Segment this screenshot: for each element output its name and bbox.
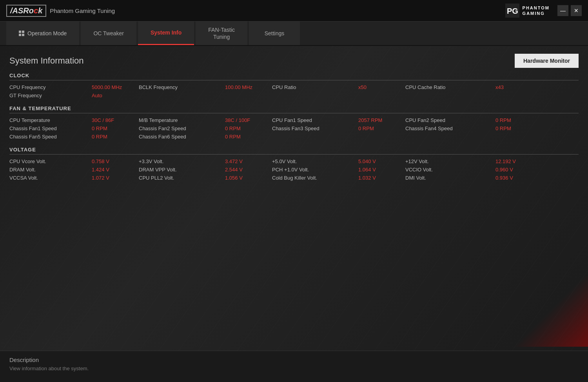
tab-fan-tastic-label: FAN-TasticTuning bbox=[208, 26, 235, 40]
bclk-frequency-label: BCLK Frequency bbox=[139, 84, 225, 90]
mb-temp-label: M/B Temperature bbox=[139, 117, 225, 123]
dmi-label: DMI Volt. bbox=[405, 175, 495, 181]
clock-header: CLOCK bbox=[9, 73, 579, 80]
tab-operation-mode[interactable]: Operation Mode bbox=[6, 22, 79, 45]
chassis-fan4-value: 0 RPM bbox=[495, 126, 543, 131]
chassis-fan3-label: Chassis Fan3 Speed bbox=[272, 126, 358, 131]
description-text: View information about the system. bbox=[9, 366, 579, 371]
window-controls: — ✕ bbox=[557, 5, 582, 16]
cpu-temp-value: 30C / 86F bbox=[92, 117, 139, 123]
voltage-section: VOLTAGE CPU Vcore Volt. 0.758 V +3.3V Vo… bbox=[9, 147, 579, 181]
cpu-fan1-value: 2057 RPM bbox=[358, 117, 405, 123]
v12-label: +12V Volt. bbox=[405, 158, 495, 164]
cpu-frequency-label: CPU Frequency bbox=[9, 84, 92, 90]
dram-vpp-value: 2.544 V bbox=[225, 167, 272, 173]
cold-bug-value: 1.032 V bbox=[358, 175, 405, 181]
cold-bug-label: Cold Bug Killer Volt. bbox=[272, 175, 358, 181]
chassis-fan4-label: Chassis Fan4 Speed bbox=[405, 126, 495, 131]
table-row: Chassis Fan5 Speed 0 RPM Chassis Fan6 Sp… bbox=[9, 134, 579, 140]
chassis-fan5-label: Chassis Fan5 Speed bbox=[9, 134, 92, 140]
asrock-logo: /ASRock bbox=[6, 5, 46, 17]
fan-temperature-section: FAN & TEMPERATURE CPU Temperature 30C / … bbox=[9, 106, 579, 140]
table-row: GT Frequency Auto bbox=[9, 93, 579, 98]
logo-text: /ASRock bbox=[10, 6, 42, 15]
mb-temp-value: 38C / 100F bbox=[225, 117, 272, 123]
vccio-label: VCCIO Volt. bbox=[405, 167, 495, 173]
table-row: CPU Temperature 30C / 86F M/B Temperatur… bbox=[9, 117, 579, 123]
v33-value: 3.472 V bbox=[225, 158, 272, 164]
v33-label: +3.3V Volt. bbox=[139, 158, 225, 164]
hardware-monitor-button[interactable]: Hardware Monitor bbox=[515, 54, 579, 68]
table-row: DRAM Volt. 1.424 V DRAM VPP Volt. 2.544 … bbox=[9, 167, 579, 173]
description-title: Description bbox=[9, 357, 579, 363]
chassis-fan2-value: 0 RPM bbox=[225, 126, 272, 131]
main-content: System Information Hardware Monitor CLOC… bbox=[0, 46, 588, 382]
clock-rows: CPU Frequency 5000.00 MHz BCLK Frequency… bbox=[9, 84, 579, 98]
tab-oc-tweaker-label: OC Tweaker bbox=[93, 30, 124, 37]
cpu-temp-label: CPU Temperature bbox=[9, 117, 92, 123]
navbar: Operation Mode OC Tweaker System Info FA… bbox=[0, 22, 588, 46]
tab-operation-mode-label: Operation Mode bbox=[27, 30, 67, 37]
tab-fan-tastic[interactable]: FAN-TasticTuning bbox=[196, 22, 247, 45]
clock-section: CLOCK CPU Frequency 5000.00 MHz BCLK Fre… bbox=[9, 73, 579, 98]
table-row: CPU Frequency 5000.00 MHz BCLK Frequency… bbox=[9, 84, 579, 90]
cpu-cache-ratio-label: CPU Cache Ratio bbox=[405, 84, 495, 90]
table-row: VCCSA Volt. 1.072 V CPU PLL2 Volt. 1.056… bbox=[9, 175, 579, 181]
pg-icon: PG bbox=[505, 4, 519, 18]
dmi-value: 0.936 V bbox=[495, 175, 543, 181]
pch-v10-value: 1.064 V bbox=[358, 167, 405, 173]
svg-text:PG: PG bbox=[507, 7, 518, 15]
fan-temperature-rows: CPU Temperature 30C / 86F M/B Temperatur… bbox=[9, 117, 579, 140]
dram-vpp-label: DRAM VPP Volt. bbox=[139, 167, 225, 173]
vccsa-label: VCCSA Volt. bbox=[9, 175, 92, 181]
v12-value: 12.192 V bbox=[495, 158, 543, 164]
cpu-vcore-label: CPU Vcore Volt. bbox=[9, 158, 92, 164]
dram-volt-value: 1.424 V bbox=[92, 167, 139, 173]
table-row: CPU Vcore Volt. 0.758 V +3.3V Volt. 3.47… bbox=[9, 158, 579, 164]
phantom-logo-text: PHANTOM GAMING bbox=[523, 5, 550, 16]
cpu-vcore-value: 0.758 V bbox=[92, 158, 139, 164]
phantom-logo: PG PHANTOM GAMING bbox=[505, 4, 550, 18]
sysinfo-header: System Information Hardware Monitor bbox=[0, 46, 588, 73]
table-row: Chassis Fan1 Speed 0 RPM Chassis Fan2 Sp… bbox=[9, 126, 579, 131]
close-button[interactable]: ✕ bbox=[571, 5, 582, 16]
chassis-fan3-value: 0 RPM bbox=[358, 126, 405, 131]
chassis-fan1-value: 0 RPM bbox=[92, 126, 139, 131]
content-area: System Information Hardware Monitor CLOC… bbox=[0, 46, 588, 351]
vccsa-value: 1.072 V bbox=[92, 175, 139, 181]
titlebar: /ASRock Phantom Gaming Tuning PG PHANTOM… bbox=[0, 0, 588, 22]
voltage-rows: CPU Vcore Volt. 0.758 V +3.3V Volt. 3.47… bbox=[9, 158, 579, 181]
tab-system-info[interactable]: System Info bbox=[138, 22, 194, 45]
chassis-fan6-value: 0 RPM bbox=[225, 134, 272, 140]
cpu-pll2-label: CPU PLL2 Volt. bbox=[139, 175, 225, 181]
grid-icon bbox=[19, 31, 24, 36]
cpu-fan1-label: CPU Fan1 Speed bbox=[272, 117, 358, 123]
tab-settings[interactable]: Settings bbox=[249, 22, 300, 45]
vccio-value: 0.960 V bbox=[495, 167, 543, 173]
chassis-fan5-value: 0 RPM bbox=[92, 134, 139, 140]
bclk-frequency-value: 100.00 MHz bbox=[225, 84, 272, 90]
cpu-ratio-label: CPU Ratio bbox=[272, 84, 358, 90]
app-title: Phantom Gaming Tuning bbox=[50, 7, 505, 14]
sysinfo-title: System Information bbox=[9, 56, 84, 66]
chassis-fan1-label: Chassis Fan1 Speed bbox=[9, 126, 92, 131]
pch-v10-label: PCH +1.0V Volt. bbox=[272, 167, 358, 173]
cpu-ratio-value: x50 bbox=[358, 84, 405, 90]
description-bar: Description View information about the s… bbox=[0, 351, 588, 382]
fan-temperature-header: FAN & TEMPERATURE bbox=[9, 106, 579, 113]
v50-label: +5.0V Volt. bbox=[272, 158, 358, 164]
voltage-header: VOLTAGE bbox=[9, 147, 579, 155]
cpu-cache-ratio-value: x43 bbox=[495, 84, 543, 90]
gt-frequency-value: Auto bbox=[92, 93, 139, 98]
chassis-fan6-label: Chassis Fan6 Speed bbox=[139, 134, 225, 140]
cpu-pll2-value: 1.056 V bbox=[225, 175, 272, 181]
tab-settings-label: Settings bbox=[265, 30, 285, 37]
gt-frequency-label: GT Frequency bbox=[9, 93, 92, 98]
cpu-fan2-value: 0 RPM bbox=[495, 117, 543, 123]
chassis-fan2-label: Chassis Fan2 Speed bbox=[139, 126, 225, 131]
dram-volt-label: DRAM Volt. bbox=[9, 167, 92, 173]
cpu-fan2-label: CPU Fan2 Speed bbox=[405, 117, 495, 123]
minimize-button[interactable]: — bbox=[557, 5, 568, 16]
tab-oc-tweaker[interactable]: OC Tweaker bbox=[81, 22, 136, 45]
tab-system-info-label: System Info bbox=[151, 29, 181, 36]
